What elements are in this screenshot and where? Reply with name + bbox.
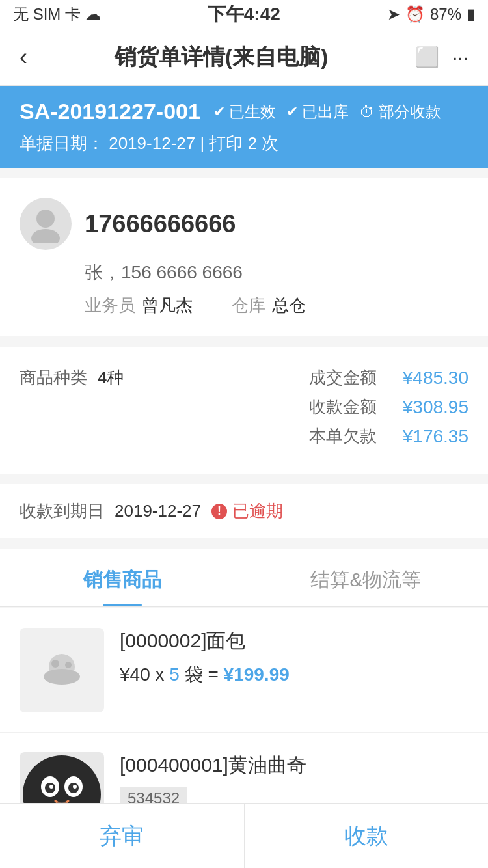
tag-partial-label: 部分收款	[379, 102, 441, 122]
product-price-1: ¥40	[120, 664, 150, 685]
check-icon-1: ✔	[213, 103, 225, 120]
due-section: 收款到期日 2019-12-27 ! 已逾期	[0, 484, 488, 538]
tag-effective-label: 已生效	[229, 102, 276, 122]
product-name-2: [000400001]黄油曲奇	[120, 752, 468, 779]
stats-section: 商品种类 4种 成交金额 ¥485.30 收款金额 ¥308.95 本单欠款 ¥…	[0, 347, 488, 474]
overdue-badge: ! 已逾期	[211, 500, 283, 522]
location-icon: ➤	[387, 5, 400, 23]
confirm-button[interactable]: 收款	[245, 804, 489, 868]
status-time: 下午4:42	[208, 2, 280, 27]
customer-phone: 17666666666	[85, 210, 236, 238]
salesperson-label: 业务员	[85, 294, 135, 317]
product-equals-1: =	[208, 664, 223, 685]
warehouse-value: 总仓	[272, 294, 306, 317]
battery-icon: ▮	[467, 5, 475, 23]
category-value: 4种	[98, 366, 124, 389]
customer-name: 张，156 6666 6666	[20, 260, 468, 285]
product-total-1: ¥199.99	[224, 664, 290, 685]
stats-left: 商品种类 4种	[20, 366, 124, 394]
product-info-1: [0000002]面包 ¥40 x 5 袋 = ¥199.99	[120, 628, 468, 687]
customer-meta: 业务员 曾凡杰 仓库 总仓	[20, 294, 468, 317]
svg-point-3	[44, 669, 80, 685]
table-row: [0000002]面包 ¥40 x 5 袋 = ¥199.99	[0, 608, 488, 733]
overdue-label: 已逾期	[232, 500, 283, 522]
svg-point-12	[73, 785, 77, 789]
tag-shipped: ✔ 已出库	[286, 102, 349, 122]
cancel-button[interactable]: 弃审	[0, 804, 245, 868]
order-date-row: 单据日期： 2019-12-27 | 打印 2 次	[20, 132, 468, 155]
category-label: 商品种类	[20, 366, 87, 389]
category-row: 商品种类 4种	[20, 366, 124, 389]
share-icon[interactable]: ⬜	[415, 46, 439, 68]
bottom-bar: 弃审 收款	[0, 803, 488, 868]
product-image-1	[20, 628, 104, 712]
status-right: ➤ ⏰ 87% ▮	[387, 5, 475, 23]
banner-top-row: SA-20191227-001 ✔ 已生效 ✔ 已出库 ⏱ 部分收款	[20, 99, 468, 124]
overdue-icon: !	[211, 504, 227, 519]
salesperson-item: 业务员 曾凡杰	[85, 294, 193, 317]
order-tags: ✔ 已生效 ✔ 已出库 ⏱ 部分收款	[213, 102, 441, 122]
date-label: 单据日期：	[20, 133, 104, 153]
alarm-icon: ⏰	[405, 5, 425, 23]
owed-label: 本单欠款	[309, 425, 377, 448]
battery-text: 87%	[430, 5, 461, 23]
tag-effective: ✔ 已生效	[213, 102, 276, 122]
check-icon-2: ✔	[286, 103, 298, 120]
print-info: | 打印 2 次	[200, 133, 278, 153]
product-name-1: [0000002]面包	[120, 628, 468, 655]
header-banner: SA-20191227-001 ✔ 已生效 ✔ 已出库 ⏱ 部分收款 单据日期：…	[0, 86, 488, 168]
tabs-row: 销售商品 结算&物流等	[0, 549, 488, 606]
svg-point-5	[65, 662, 72, 668]
warehouse-item: 仓库 总仓	[232, 294, 306, 317]
product-multiply-1: x	[156, 664, 170, 685]
avatar	[20, 198, 72, 250]
customer-top: 17666666666	[20, 198, 468, 250]
clock-icon: ⏱	[359, 103, 375, 121]
more-icon[interactable]: ···	[452, 46, 468, 68]
svg-point-4	[51, 660, 59, 668]
due-label: 收款到期日	[20, 500, 104, 522]
warehouse-label: 仓库	[232, 294, 265, 317]
tab-products[interactable]: 销售商品	[0, 549, 244, 606]
received-value: ¥308.95	[403, 397, 468, 418]
page-title: 销货单详情(来自电脑)	[115, 42, 329, 72]
owed-value: ¥176.35	[403, 426, 468, 447]
tabs-section: 销售商品 结算&物流等	[0, 549, 488, 607]
tag-partial: ⏱ 部分收款	[359, 102, 441, 122]
order-date: 2019-12-27	[109, 133, 195, 153]
signal-text: 无 SIM 卡 ☁	[13, 4, 101, 25]
product-unit-1: 袋	[185, 664, 203, 685]
svg-point-0	[36, 210, 55, 228]
amount-row: 成交金额 ¥485.30	[309, 366, 468, 389]
product-price-row-1: ¥40 x 5 袋 = ¥199.99	[120, 662, 468, 687]
due-date: 2019-12-27	[115, 501, 201, 521]
tab-settlement[interactable]: 结算&物流等	[244, 549, 488, 606]
status-left: 无 SIM 卡 ☁	[13, 4, 101, 25]
customer-section: 17666666666 张，156 6666 6666 业务员 曾凡杰 仓库 总…	[0, 178, 488, 336]
nav-bar: ‹ 销货单详情(来自电脑) ⬜ ···	[0, 29, 488, 86]
received-label: 收款金额	[309, 396, 377, 418]
nav-actions: ⬜ ···	[415, 46, 468, 68]
status-bar: 无 SIM 卡 ☁ 下午4:42 ➤ ⏰ 87% ▮	[0, 0, 488, 29]
svg-point-1	[31, 229, 60, 243]
received-row: 收款金额 ¥308.95	[309, 396, 468, 418]
back-button[interactable]: ‹	[20, 44, 27, 71]
product-qty-1: 5	[169, 664, 180, 685]
order-id: SA-20191227-001	[20, 99, 200, 124]
tag-shipped-label: 已出库	[302, 102, 349, 122]
salesperson-value: 曾凡杰	[142, 294, 193, 317]
stats-right: 成交金额 ¥485.30 收款金额 ¥308.95 本单欠款 ¥176.35	[309, 366, 468, 454]
svg-point-11	[49, 785, 53, 789]
owed-row: 本单欠款 ¥176.35	[309, 425, 468, 448]
amount-label: 成交金额	[309, 366, 377, 389]
amount-value: ¥485.30	[403, 368, 468, 388]
